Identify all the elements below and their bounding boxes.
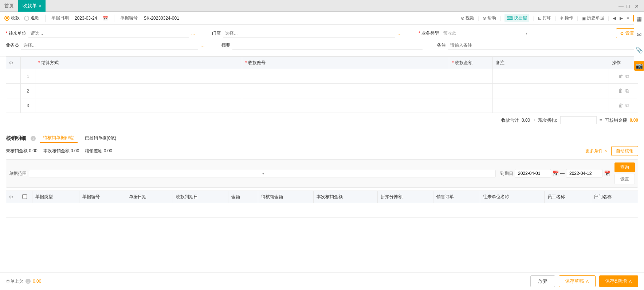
store-more-btn[interactable]: …	[395, 31, 404, 36]
calendar-icon[interactable]: 📅	[103, 16, 108, 21]
row3-remark[interactable]	[493, 98, 609, 113]
verify-tab-pending[interactable]: 待核销单据(0笔)	[40, 134, 78, 143]
limit-info-icon[interactable]: ℹ	[25, 279, 31, 284]
due-date-from-input[interactable]	[515, 169, 551, 178]
vcol-bill-date: 单据日期	[126, 191, 173, 203]
sidebar-clip-icon[interactable]: 📎	[634, 45, 644, 55]
cal-to-icon[interactable]: 📅	[604, 171, 610, 176]
row1-settlement[interactable]	[35, 69, 242, 84]
stat-uncleaned: 未核销金额 0.00	[6, 148, 38, 154]
radio-dot-receipt	[4, 16, 9, 21]
col-settings[interactable]: ⚙	[6, 57, 21, 69]
business-type-label: 业务类型	[419, 30, 441, 36]
shortcut-action[interactable]: ⌨ 快捷键	[504, 14, 529, 22]
vcol-gear[interactable]: ⚙	[6, 191, 19, 203]
verify-info-icon[interactable]: ℹ	[31, 136, 36, 141]
verify-tab-done[interactable]: 已核销单据(0笔)	[82, 134, 119, 142]
row1-account[interactable]	[242, 69, 449, 84]
divider-1	[45, 15, 46, 22]
row1-copy-icon[interactable]: ⧉	[625, 73, 629, 79]
row2-settlement[interactable]	[35, 84, 242, 98]
tab-home[interactable]: 首页	[0, 0, 18, 12]
discount-input[interactable]	[560, 116, 597, 124]
help-action[interactable]: ⊙ 帮助	[483, 15, 496, 21]
verify-table: ⚙ 单据类型 单据编号 单据日期 收款到期日 金额 待核销金额 本次核销金额 折…	[6, 191, 638, 218]
verify-table-header: ⚙ 单据类型 单据编号 单据日期 收款到期日 金额 待核销金额 本次核销金额 折…	[6, 191, 638, 203]
auto-clear-button[interactable]: 自动核销	[611, 146, 638, 156]
row1-delete-icon[interactable]: 🗑	[618, 73, 623, 79]
due-date-filter: 到期日 📅 — 📅	[500, 169, 610, 178]
row2-remark[interactable]	[493, 84, 609, 98]
print-action[interactable]: ⊡ 打印	[538, 15, 551, 21]
business-type-select[interactable]: 预收款 ▾	[441, 29, 610, 38]
bill-range-label: 单据范围	[9, 171, 27, 177]
row2-amount[interactable]	[449, 84, 493, 98]
table-gear-icon[interactable]: ⚙	[9, 60, 13, 66]
history-action[interactable]: ▣ 历史单据	[582, 15, 604, 21]
tab-receipt[interactable]: 收款单 ×	[18, 0, 46, 12]
summary-label: 摘要	[221, 42, 232, 48]
tab-close-receipt[interactable]: ×	[39, 4, 41, 8]
nav-prev-icon[interactable]: ◀	[613, 16, 616, 21]
row3-amount[interactable]	[449, 98, 493, 113]
sidebar-table-icon[interactable]: ▦	[635, 14, 643, 24]
close-button[interactable]: ✕	[635, 3, 640, 8]
row1-remark[interactable]	[493, 69, 609, 84]
maximize-button[interactable]: □	[627, 3, 632, 8]
remark-input[interactable]	[448, 41, 638, 50]
vcol-checkbox	[19, 191, 32, 203]
staff-input[interactable]	[21, 41, 198, 50]
row1-settings	[6, 69, 21, 84]
query-button[interactable]: 查询	[614, 162, 635, 172]
minimize-button[interactable]: —	[619, 3, 624, 8]
video-action[interactable]: ⊙ 视频	[461, 15, 474, 21]
bill-range-field: 单据范围 ▾	[9, 170, 496, 177]
row2-delete-icon[interactable]: 🗑	[618, 88, 623, 94]
sidebar-camera-icon[interactable]: 📷	[634, 61, 644, 71]
row1-amount[interactable]	[449, 69, 493, 84]
row3-copy-icon[interactable]: ⧉	[625, 102, 629, 109]
bill-no-value: SK-20230324-001	[144, 16, 179, 21]
list-view-icon[interactable]: ≡	[627, 16, 629, 21]
verify-settings-button[interactable]: 设置	[614, 174, 635, 184]
staff-more-btn[interactable]: …	[198, 43, 207, 48]
save-new-button[interactable]: 保存&新增 ∧	[599, 275, 638, 287]
receipt-type-group: 收款 退款	[4, 15, 39, 21]
circle-icon: ⊙	[461, 16, 464, 21]
total-label: 收款合计	[501, 117, 519, 124]
print-icon: ⊡	[538, 16, 542, 21]
row1-num: 1	[21, 69, 35, 84]
row3-num: 3	[21, 98, 35, 113]
abandon-button[interactable]: 放弃	[530, 275, 555, 287]
row3-settlement[interactable]	[35, 98, 242, 113]
table-row: 1 🗑 ⧉	[6, 69, 638, 84]
counterpart-input[interactable]	[28, 29, 189, 38]
cal-from-icon[interactable]: 📅	[553, 171, 559, 176]
more-conditions-btn[interactable]: 更多条件 ∧	[585, 148, 608, 154]
nav-next-icon[interactable]: ▶	[620, 16, 623, 21]
row3-account[interactable]	[242, 98, 449, 113]
row2-copy-icon[interactable]: ⧉	[625, 88, 629, 94]
verify-stats: 未核销金额 0.00 本次核销金额 0.00 核销差额 0.00	[6, 146, 112, 156]
remark-field: 备注	[437, 41, 638, 50]
summary-input[interactable]	[232, 41, 423, 50]
verify-gear-icon[interactable]: ⚙	[9, 195, 13, 200]
row2-account[interactable]	[242, 84, 449, 98]
bill-date-value[interactable]: 2023-03-24	[75, 16, 97, 21]
due-date-to-input[interactable]	[566, 169, 602, 178]
store-input[interactable]	[223, 29, 395, 38]
save-draft-button[interactable]: 保存草稿 ∧	[559, 275, 596, 287]
sidebar-mail-icon[interactable]: ✉	[635, 30, 643, 39]
bill-range-select[interactable]: ▾	[29, 170, 496, 177]
radio-refund[interactable]: 退款	[24, 15, 39, 21]
counterpart-more-btn[interactable]: …	[189, 31, 197, 36]
row3-delete-icon[interactable]: 🗑	[618, 102, 623, 109]
col-settlement: 结算方式	[35, 57, 242, 69]
radio-receipt[interactable]: 收款	[4, 15, 20, 21]
help-icon: ⊙	[483, 16, 486, 21]
select-all-checkbox[interactable]	[22, 194, 27, 199]
chevron-down-icon: ▾	[526, 31, 608, 35]
verify-header: 核销明细 ℹ 待核销单据(0笔) 已核销单据(0笔)	[6, 134, 638, 143]
operation-action[interactable]: ❋ 操作	[560, 15, 573, 21]
bill-range-chevron-icon: ▾	[262, 172, 492, 176]
